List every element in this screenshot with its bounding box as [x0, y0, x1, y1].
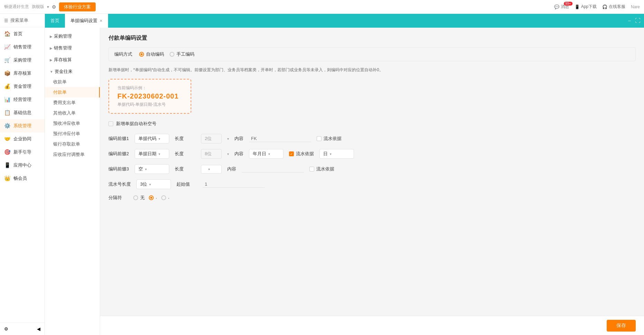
sidebar-item-collab[interactable]: 🤝 企业协同 [0, 132, 45, 146]
separator-dot-radio[interactable]: · [149, 195, 157, 201]
content-3-label: 内容 [227, 166, 236, 172]
message-badge: 99+ [564, 2, 573, 6]
arrow-right-icon: ▶ [50, 35, 52, 38]
sub-item-pre-receipt[interactable]: 预收冲应收单 [45, 118, 100, 129]
sub-group-inventory-title[interactable]: ▶ 库存核算 [45, 55, 100, 65]
collab-icon: 🤝 [4, 136, 11, 142]
arrow-right-icon2: ▶ [50, 46, 52, 50]
user-name: Nare [631, 4, 640, 9]
sidebar-item-appcenter[interactable]: 📱 应用中心 [0, 159, 45, 172]
app-edition: 旗舰版 [32, 4, 44, 10]
separator-dot-dot [149, 195, 154, 200]
encoding-mode-row: 编码方式 自动编码 手工编码 [108, 47, 636, 61]
tab-encoding[interactable]: 单据编码设置 ✕ [65, 14, 108, 28]
message-button[interactable]: 💬 消息 99+ [554, 4, 569, 10]
sub-item-adjust[interactable]: 应收应付调整单 [45, 149, 100, 160]
sidebar-item-inventory[interactable]: 📦 库存核算 [0, 67, 45, 80]
sub-group-purchase: ▶ 采购管理 [45, 31, 100, 41]
purchase-icon: 🛒 [4, 57, 11, 63]
auto-code-radio[interactable]: 自动编码 [139, 51, 164, 57]
app-download-button[interactable]: 📱 App下载 [575, 4, 597, 10]
sidebar-item-sales[interactable]: 📈 销售管理 [0, 40, 45, 54]
phone-icon: 📱 [575, 4, 580, 9]
sub-item-expense[interactable]: 费用支出单 [45, 97, 100, 108]
main-layout: ☰ 搜索菜单 🏠 首页 📈 销售管理 🛒 采购管理 📦 库存核算 💰 资金管理 … [0, 14, 644, 335]
prefix-row-1: 编码前缀1 单据代码 ▾ 长度 2位 ▾ 内容 流水依据 [108, 134, 636, 143]
separator-dash-radio[interactable]: · [161, 195, 170, 201]
topbar-dropdown-arrow[interactable]: ▾ [47, 4, 49, 9]
search-menu[interactable]: ☰ 搜索菜单 [0, 14, 45, 27]
length-2-label: 长度 [175, 151, 195, 157]
arrow-down-icon: ▼ [50, 70, 53, 74]
sidebar-item-finance[interactable]: 💰 资金管理 [0, 80, 45, 93]
settings-bottom-icon[interactable]: ⚙ [4, 326, 8, 332]
collapse-icon[interactable]: ◀ [37, 326, 40, 332]
length-3-select[interactable]: ▾ [201, 165, 222, 174]
serial-1-checkbox[interactable] [317, 136, 321, 141]
page-footer: 保存 [100, 316, 644, 335]
maximize-icon[interactable]: ⛶ [635, 18, 641, 24]
prefix-3-select[interactable]: 空 ▾ [135, 164, 169, 174]
promote-button[interactable]: 体验行业方案 [59, 2, 96, 11]
separator-none-dot [133, 195, 138, 200]
serial-2-checkbox[interactable] [289, 151, 294, 156]
content-2-arrow: ▾ [268, 152, 270, 156]
sales-icon: 📈 [4, 44, 11, 50]
nav-tabs: 首页 单据编码设置 ✕ － ⛶ [45, 14, 644, 28]
serial-3-checkbox[interactable] [309, 167, 314, 171]
app-brand: 畅捷通好生意 [4, 4, 29, 10]
sub-group-purchase-title[interactable]: ▶ 采购管理 [45, 31, 100, 41]
sub-sidebar: ▶ 采购管理 ▶ 销售管理 ▶ 库存核算 [45, 28, 100, 335]
online-service-button[interactable]: 🎧 在线客服 [602, 4, 625, 10]
appcenter-icon: 📱 [4, 162, 11, 168]
sub-item-other-income[interactable]: 其他收入单 [45, 108, 100, 118]
tab-close-icon[interactable]: ✕ [99, 19, 103, 23]
content-2-select[interactable]: 年月日 ▾ [249, 149, 283, 159]
separator-dash-dot [161, 195, 166, 200]
sub-item-receipt[interactable]: 收款单 [45, 77, 100, 87]
serial-2-unit-select[interactable]: 日 ▾ [319, 149, 354, 159]
serial-2-unit-arrow: ▾ [330, 152, 331, 156]
prefix-2-arrow: ▾ [158, 152, 160, 156]
content-2-label: 内容 [234, 151, 243, 157]
manual-code-radio[interactable]: 手工编码 [170, 51, 194, 57]
sidebar-item-basic[interactable]: 📋 基础信息 [0, 106, 45, 119]
content-1-input[interactable] [249, 135, 311, 142]
sub-item-pre-payment[interactable]: 预付冲应付单 [45, 129, 100, 139]
content-1-label: 内容 [234, 136, 243, 142]
serial-2-checkbox-row: 流水依据 [289, 151, 314, 157]
topbar-right: 💬 消息 99+ 📱 App下载 🎧 在线客服 Nare [554, 4, 640, 10]
separator-none-radio[interactable]: 无 [133, 195, 145, 201]
sidebar-item-guide[interactable]: 🎯 新手引导 [0, 146, 45, 159]
prefix-1-select[interactable]: 单据代码 ▾ [135, 134, 169, 143]
sidebar-item-home[interactable]: 🏠 首页 [0, 27, 45, 40]
nav-tabs-right: － ⛶ [627, 17, 644, 25]
sidebar-item-purchase[interactable]: 🛒 采购管理 [0, 54, 45, 67]
start-value-input[interactable] [203, 181, 265, 188]
auto-fill-row: 新增单据自动补空号 [108, 121, 636, 127]
auto-fill-checkbox[interactable] [108, 121, 113, 126]
auto-fill-label: 新增单据自动补空号 [116, 121, 156, 127]
content-3-input[interactable] [242, 166, 304, 173]
minimize-icon[interactable]: － [627, 17, 632, 25]
serial-length-row: 流水号长度 3位 ▾ 起始值 [108, 179, 636, 189]
sub-item-bank[interactable]: 银行存取款单 [45, 139, 100, 149]
sidebar-item-system[interactable]: ⚙️ 系统管理 [0, 119, 45, 132]
save-button[interactable]: 保存 [607, 320, 636, 332]
sidebar-item-operations[interactable]: 📊 经营管理 [0, 93, 45, 106]
home-icon: 🏠 [4, 31, 11, 37]
sub-item-payment[interactable]: 付款单 [45, 87, 100, 97]
serial-length-select[interactable]: 3位 ▾ [136, 179, 171, 189]
sidebar-item-member[interactable]: 👑 畅会员 [0, 172, 45, 185]
sidebar-bottom: ⚙ ◀ [0, 323, 45, 335]
prefix-3-arrow: ▾ [145, 167, 147, 171]
tab-home[interactable]: 首页 [45, 14, 65, 28]
content-area: 首页 单据编码设置 ✕ － ⛶ ▶ 采购管理 [45, 14, 644, 335]
info-text: 新增单据时，*单据编码*自动生成，不可编辑。前缀设置为部门、业务员等档案类，开单… [108, 67, 636, 73]
code-preview-box: 当前编码示例： FK-20230602-001 单据代码-单据日期-流水号 [108, 79, 191, 114]
settings-icon[interactable]: ⚙ [52, 4, 56, 10]
sub-group-sales-title[interactable]: ▶ 销售管理 [45, 43, 100, 53]
prefix-2-select[interactable]: 单据日期 ▾ [135, 149, 169, 159]
sub-group-capital-title[interactable]: ▼ 资金往来 [45, 66, 100, 77]
page-main: 付款单编码设置 编码方式 自动编码 手工编码 [100, 28, 644, 316]
